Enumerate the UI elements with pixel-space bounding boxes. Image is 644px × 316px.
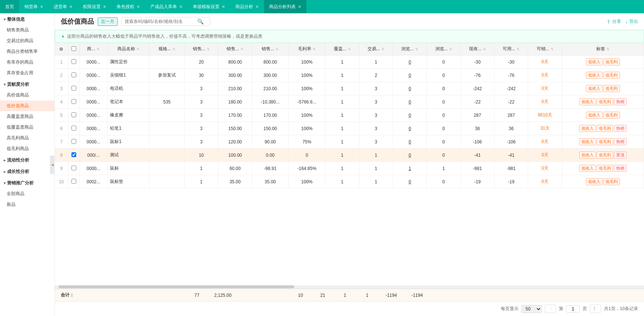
row-checkbox[interactable] — [71, 86, 76, 91]
sidebar-item-category-sales-rate[interactable]: 商品分类销售率 — [0, 46, 54, 57]
column-code[interactable]: 商...⇅ — [79, 43, 108, 55]
close-product-analysis-list[interactable]: ✕ — [298, 4, 301, 9]
sidebar-item-high-coverage[interactable]: 高覆盖度商品 — [0, 111, 54, 122]
row-tags: 低收入低毛利 — [562, 109, 644, 122]
column-margin[interactable]: 毛利率⇅ — [288, 43, 325, 55]
nav-product-analysis[interactable]: 商品分析 ✕ — [230, 0, 264, 13]
gear-icon[interactable]: ⚙ — [59, 47, 63, 52]
row-checkbox[interactable] — [71, 59, 76, 64]
row-browse2: 0 — [427, 82, 460, 95]
sidebar-item-inventory-capital[interactable]: 库存资金占用 — [0, 68, 54, 78]
sidebar-group-contribution[interactable]: ▾ 贡献度分析 — [0, 78, 54, 90]
scrollbar-area[interactable] — [55, 285, 644, 288]
sidebar-item-high-margin[interactable]: 高毛利商品 — [0, 133, 54, 143]
close-sales-order[interactable]: ✕ — [40, 4, 43, 9]
column-settings[interactable]: ⚙ — [55, 43, 68, 55]
row-code: 0000... — [79, 95, 108, 109]
row-available: -30 — [494, 55, 528, 69]
close-purchase-order[interactable]: ✕ — [69, 4, 73, 9]
row-current: 36 — [460, 122, 494, 135]
prev-page-button[interactable]: 〈 — [545, 305, 556, 313]
nav-sales-order[interactable]: 销货单 ✕ — [19, 0, 48, 13]
row-spec: 535 — [150, 95, 184, 109]
column-sale-avg[interactable]: 销售...⇅ — [252, 43, 289, 55]
sidebar-item-low-coverage[interactable]: 低覆盖度商品 — [0, 122, 54, 133]
column-trade[interactable]: 交易...⇅ — [359, 43, 393, 55]
column-current[interactable]: 现有...⇅ — [460, 43, 494, 55]
nav-template-settings[interactable]: 单据模板设置 ✕ — [188, 0, 230, 13]
export-button[interactable]: ↓ 导出 — [625, 18, 638, 25]
page-label: 第 — [559, 306, 563, 312]
nav-product-analysis-list[interactable]: 商品分析列表 ✕ — [264, 0, 306, 13]
row-checkbox[interactable] — [71, 72, 76, 77]
tag: 置顶 — [614, 152, 627, 159]
row-margin: -5766.6... — [288, 95, 325, 109]
page-number-input[interactable] — [566, 305, 580, 313]
row-browse2: 0 — [427, 95, 460, 109]
row-checkbox[interactable] — [71, 166, 76, 170]
row-browse1: 0 — [393, 149, 427, 162]
column-saleable[interactable]: 可销...⇅ — [528, 43, 562, 55]
row-spec — [150, 149, 184, 162]
per-page-select[interactable]: 50 100 200 — [521, 305, 542, 313]
sidebar-item-new-products[interactable]: 新品 — [0, 199, 54, 210]
share-button[interactable]: ⇧ 分享 — [607, 18, 621, 25]
next-page-button[interactable]: 〉 — [590, 305, 601, 313]
sidebar-item-stocked-products[interactable]: 有库存的商品 — [0, 57, 54, 68]
nav-role-auth[interactable]: 角色授权 ✕ — [111, 0, 145, 13]
row-available: 36 — [494, 122, 528, 135]
row-checkbox-cell — [68, 122, 79, 135]
close-role-auth[interactable]: ✕ — [137, 4, 140, 9]
row-checkbox[interactable] — [71, 152, 76, 157]
column-spec[interactable]: 规格...⇅ — [150, 43, 184, 55]
sidebar-item-all-products[interactable]: 全部商品 — [0, 188, 54, 199]
row-current: -242 — [460, 82, 494, 95]
notice-icon: ✦ — [61, 34, 65, 39]
sidebar-group-marketing[interactable]: ▾ 营销推广分析 — [0, 177, 54, 188]
sidebar-item-sales-products[interactable]: 销售类商品 — [0, 25, 54, 35]
sidebar-item-high-value[interactable]: 高价值商品 — [0, 90, 54, 101]
sidebar-collapse-button[interactable]: ◀ — [50, 156, 54, 174]
nav-purchase-order[interactable]: 进货单 ✕ — [48, 0, 78, 13]
row-code: 0000... — [79, 109, 108, 122]
row-checkbox[interactable] — [71, 139, 76, 144]
search-bar: 🔍 — [121, 17, 210, 26]
sidebar-item-low-margin[interactable]: 低毛利商品 — [0, 143, 54, 154]
row-margin: 100% — [288, 109, 325, 122]
column-browse2[interactable]: 浏览...⇅ — [427, 43, 460, 55]
table-row: 5 0000... 橡皮擦 3 170.00 170.00 100% 1 3 0… — [55, 109, 644, 122]
select-all-checkbox[interactable] — [71, 46, 76, 51]
sidebar-item-low-value[interactable]: 低价值商品 — [0, 101, 54, 111]
close-permissions[interactable]: ✕ — [103, 4, 106, 9]
row-checkbox[interactable] — [71, 126, 76, 130]
column-name[interactable]: 商品名称⇅ — [108, 43, 150, 55]
sidebar-group-growth[interactable]: ▸ 成长性分析 — [0, 166, 54, 177]
time-badge[interactable]: 近一月 — [98, 17, 118, 26]
row-available: -981 — [494, 162, 528, 175]
column-coverage[interactable]: 覆盖...⇅ — [325, 43, 359, 55]
column-browse1[interactable]: 浏览...⇅ — [393, 43, 427, 55]
row-checkbox[interactable] — [71, 112, 76, 117]
column-available[interactable]: 可用...⇅ — [494, 43, 528, 55]
row-checkbox[interactable] — [71, 179, 76, 184]
search-icon[interactable]: 🔍 — [197, 18, 204, 24]
close-product-analysis[interactable]: ✕ — [255, 4, 259, 9]
sidebar-item-traded-products[interactable]: 交易过的商品 — [0, 35, 54, 46]
row-margin: 100% — [288, 82, 325, 95]
nav-permissions[interactable]: 权限设置 ✕ — [78, 0, 111, 13]
sidebar-group-overall[interactable]: ▾ 整体信息 — [0, 13, 54, 25]
tag: 低收入 — [586, 85, 603, 92]
scrollbar-thumb[interactable] — [58, 285, 294, 288]
column-checkbox-header[interactable] — [68, 43, 79, 55]
close-finished-goods[interactable]: ✕ — [179, 4, 182, 9]
row-sale-amount: 120.00 — [218, 135, 252, 149]
nav-finished-goods[interactable]: 产成品入库单 ✕ — [145, 0, 188, 13]
nav-home[interactable]: 首页 — [0, 0, 19, 13]
column-sale-amount[interactable]: 销售...⇅ — [218, 43, 252, 55]
column-sale-qty[interactable]: 销售...⇅ — [184, 43, 218, 55]
close-template-settings[interactable]: ✕ — [222, 4, 225, 9]
column-tags[interactable]: 标签⇅ — [562, 43, 644, 55]
sidebar-group-liquidity[interactable]: ▸ 流动性分析 — [0, 154, 54, 166]
search-input[interactable] — [125, 19, 195, 24]
row-checkbox[interactable] — [71, 99, 76, 104]
